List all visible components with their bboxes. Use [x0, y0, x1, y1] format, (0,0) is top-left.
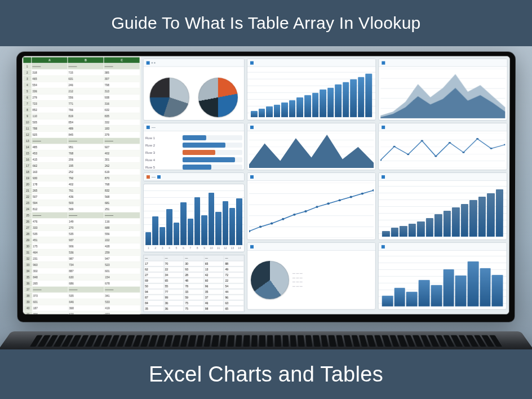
title-banner-bottom: Excel Charts and Tables [0, 349, 532, 399]
screen-bezel: ABC1—————————231871538534656313074554246… [16, 52, 516, 322]
sharp-peaks-chart [247, 123, 376, 170]
rising-line-chart [247, 172, 376, 240]
svg-point-25 [435, 156, 437, 157]
pie-chart-a [150, 78, 189, 117]
svg-marker-14 [249, 135, 374, 168]
dashboard-area: ▪ ▪ — Row 1Row 2Row 3Row 4Row 5 — [141, 56, 510, 314]
title-bottom-text: Excel Charts and Tables [149, 362, 383, 387]
bottom-right-bars [378, 242, 507, 310]
panel-label-row: — [143, 172, 245, 181]
pie-chart-c [251, 261, 289, 299]
jagged-line-chart [378, 123, 507, 170]
svg-point-39 [271, 223, 273, 225]
svg-point-27 [462, 152, 464, 153]
left-lower-stack: — 1234567891011121314 —————1770306588622… [143, 172, 245, 312]
svg-point-24 [421, 140, 423, 141]
svg-point-22 [393, 146, 395, 147]
svg-point-26 [449, 142, 451, 143]
charts-grid: — — —— — —— — —— — — [247, 59, 508, 312]
svg-point-47 [361, 193, 363, 195]
svg-point-46 [350, 196, 352, 198]
big-bar-chart: 1234567891011121314 [143, 184, 245, 252]
svg-point-29 [490, 148, 492, 149]
mini-table: —————17703065886222931349273428427269654… [143, 255, 245, 312]
grouped-bars-chart [378, 172, 507, 240]
laptop-illustration: ABC1—————————231871538534656313074554246… [17, 52, 515, 343]
pie-panel: ▪ ▪ [143, 59, 245, 121]
title-banner-top: Guide To What Is Table Array In Vlookup [0, 0, 532, 46]
hbar-panel-label: — [152, 125, 156, 129]
pie-chart-b [198, 78, 238, 117]
svg-point-38 [259, 225, 261, 228]
hbar-panel: — Row 1Row 2Row 3Row 4Row 5 [143, 123, 245, 170]
rising-bars-top [247, 59, 376, 121]
svg-point-45 [338, 199, 340, 201]
spreadsheet-panel: ABC1—————————231871538534656313074554246… [22, 56, 141, 314]
svg-point-28 [476, 138, 478, 139]
svg-point-44 [327, 202, 329, 205]
svg-point-40 [282, 218, 284, 220]
svg-point-41 [293, 214, 295, 216]
pie-panel-label: ▪ ▪ [152, 61, 156, 65]
svg-point-23 [407, 154, 409, 155]
mountain-area-chart [378, 59, 508, 121]
svg-point-42 [304, 210, 307, 212]
bottom-pie-panel: — — —— — —— — —— — — [247, 242, 376, 310]
screen-content: ABC1—————————231871538534656313074554246… [22, 56, 509, 314]
svg-point-43 [316, 206, 318, 208]
title-top-text: Guide To What Is Table Array In Vlookup [111, 14, 420, 33]
